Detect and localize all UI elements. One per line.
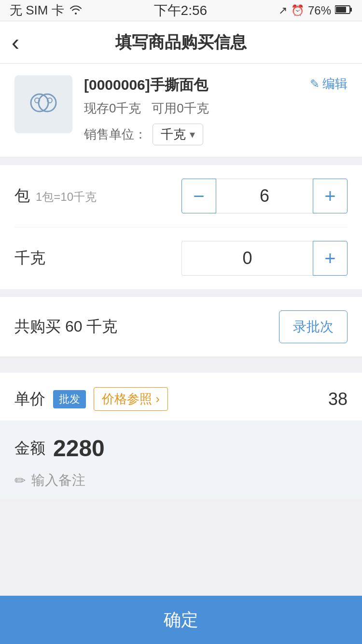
batch-badge: 批发 xyxy=(53,390,86,408)
edit-button[interactable]: ✎ 编辑 xyxy=(310,75,348,92)
price-row: 单价 批发 价格参照 › 38 xyxy=(14,387,348,411)
record-batch-button[interactable]: 录批次 xyxy=(279,310,348,343)
separator-1 xyxy=(0,157,362,165)
kg-label: 千克 xyxy=(14,248,92,269)
separator-2 xyxy=(0,289,362,297)
wifi-icon xyxy=(69,3,83,18)
kg-increment-button[interactable]: + xyxy=(313,241,348,276)
product-stock: 现存0千克 可用0千克 xyxy=(84,100,348,117)
svg-point-4 xyxy=(39,94,56,112)
bag-decrement-button[interactable]: − xyxy=(181,179,216,213)
dropdown-icon: ▾ xyxy=(190,128,195,141)
kg-quantity-input[interactable] xyxy=(181,241,313,276)
remark-placeholder: 输入备注 xyxy=(31,471,85,490)
summary-row: 共购买 60 千克 录批次 xyxy=(0,297,362,357)
separator-3 xyxy=(0,357,362,365)
battery-text: 76% xyxy=(308,4,331,17)
remark-row[interactable]: ✏ 输入备注 xyxy=(14,471,348,490)
carrier-text: 无 SIM 卡 xyxy=(10,2,64,19)
svg-rect-1 xyxy=(350,8,352,12)
svg-rect-2 xyxy=(336,7,346,13)
amount-section: 金额 2280 ✏ 输入备注 xyxy=(0,420,362,499)
price-ref-button[interactable]: 价格参照 › xyxy=(94,387,168,411)
product-image xyxy=(14,75,72,133)
confirm-button[interactable]: 确定 xyxy=(0,596,362,644)
amount-label: 金额 xyxy=(14,438,45,459)
price-section: 单价 批发 价格参照 › 38 xyxy=(0,373,362,420)
status-left: 无 SIM 卡 xyxy=(10,2,83,19)
battery-icon xyxy=(335,4,352,17)
location-icon: ↗ xyxy=(278,4,287,17)
amount-value: 2280 xyxy=(53,435,105,462)
amount-row: 金额 2280 xyxy=(14,435,348,462)
kg-controls: + xyxy=(181,241,348,276)
price-label: 单价 xyxy=(14,389,45,410)
price-label-group: 单价 批发 价格参照 › xyxy=(14,387,168,411)
svg-point-3 xyxy=(31,94,48,112)
status-right: ↗ ⏰ 76% xyxy=(278,4,352,17)
unit-label: 销售单位： xyxy=(84,126,147,143)
status-time: 下午2:56 xyxy=(154,1,208,20)
product-name: [0000006]手撕面包 xyxy=(84,75,348,95)
product-card: [0000006]手撕面包 现存0千克 可用0千克 销售单位： 千克 ▾ ✎ 编… xyxy=(0,64,362,157)
nav-bar: ‹ 填写商品购买信息 xyxy=(0,21,362,64)
product-unit-row: 销售单位： 千克 ▾ xyxy=(84,124,348,145)
edit-pencil-icon: ✎ xyxy=(310,77,320,91)
page-title: 填写商品购买信息 xyxy=(115,31,247,54)
bag-input-row: 包 1包=10千克 − + xyxy=(14,165,348,227)
price-value: 38 xyxy=(328,389,348,409)
summary-text: 共购买 60 千克 xyxy=(14,316,117,337)
status-bar: 无 SIM 卡 下午2:56 ↗ ⏰ 76% xyxy=(0,0,362,21)
product-info: [0000006]手撕面包 现存0千克 可用0千克 销售单位： 千克 ▾ xyxy=(84,75,348,145)
bag-quantity-input[interactable] xyxy=(216,179,313,213)
back-button[interactable]: ‹ xyxy=(12,29,19,56)
kg-input-row: 千克 + xyxy=(14,227,348,289)
bag-increment-button[interactable]: + xyxy=(313,179,348,213)
pencil-icon: ✏ xyxy=(14,473,26,489)
bag-label: 包 1包=10千克 xyxy=(14,185,97,207)
bag-sublabel: 1包=10千克 xyxy=(36,189,97,205)
unit-selector[interactable]: 千克 ▾ xyxy=(153,124,203,145)
bag-controls: − + xyxy=(181,179,348,213)
alarm-icon: ⏰ xyxy=(291,4,304,17)
input-section: 包 1包=10千克 − + 千克 + xyxy=(0,165,362,289)
